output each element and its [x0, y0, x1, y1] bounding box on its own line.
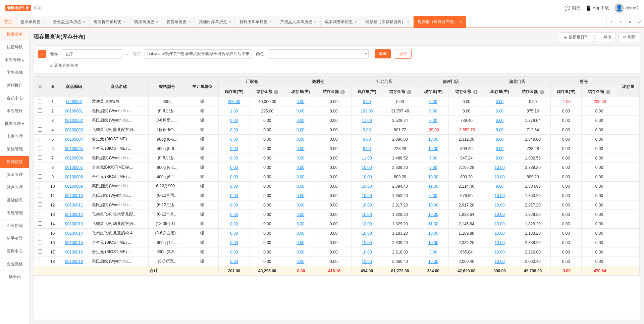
- td-fac-stock[interactable]: 0.00: [219, 247, 250, 257]
- td-product-no[interactable]: 00100004: [59, 135, 89, 144]
- td-product-no[interactable]: 00100013: [59, 219, 89, 229]
- td-chen-stock[interactable]: 0.00: [285, 247, 316, 257]
- td-yb-stock[interactable]: 10.00: [484, 163, 515, 172]
- td-product-no[interactable]: 00100016: [59, 247, 89, 257]
- td-na-stock[interactable]: 0.00: [418, 97, 448, 106]
- td-jb-stock[interactable]: 10.00: [352, 238, 382, 247]
- td-checkbox[interactable]: [34, 210, 46, 219]
- td-fac-stock[interactable]: 0.00: [219, 200, 250, 210]
- settings-btn[interactable]: 设置: [395, 49, 412, 59]
- fac-bal-info[interactable]: i: [274, 90, 278, 94]
- td-product-no[interactable]: 00100015: [59, 238, 89, 247]
- td-yb-stock[interactable]: 8.00: [484, 153, 515, 163]
- td-jb-stock[interactable]: 10.00: [352, 247, 382, 257]
- tab-close[interactable]: ×: [314, 20, 316, 24]
- sidebar-item-retail-mall[interactable]: 零售商城: [0, 66, 29, 79]
- td-fac-stock[interactable]: 0.00: [219, 219, 250, 229]
- row-checkbox[interactable]: [38, 165, 42, 169]
- tab-close[interactable]: ×: [83, 20, 85, 24]
- td-chen-stock[interactable]: 0.00: [285, 125, 316, 135]
- sidebar-item-inventory-check[interactable]: 库存核算: [0, 156, 29, 169]
- td-na-stock[interactable]: -39.00: [418, 125, 448, 135]
- td-product-no[interactable]: 00100012: [59, 210, 89, 219]
- td-product-no[interactable]: 00100010: [59, 191, 89, 200]
- toggle-more-btn[interactable]: ⊻ 展开更多条件: [50, 61, 636, 70]
- tab-transfer[interactable]: 调拨单历史 ×: [130, 16, 163, 28]
- td-jb-stock[interactable]: 10.00: [352, 257, 382, 266]
- td-yb-stock[interactable]: 9.00: [484, 182, 515, 191]
- row-checkbox[interactable]: [38, 155, 42, 160]
- td-chen-stock[interactable]: 0.00: [285, 191, 316, 200]
- th-settings[interactable]: ⚙: [34, 77, 46, 97]
- tab-close[interactable]: ×: [408, 20, 410, 24]
- td-fac-stock[interactable]: 0.00: [219, 210, 250, 219]
- query-btn[interactable]: 查询: [375, 49, 391, 58]
- td-jb-stock[interactable]: 10.00: [352, 229, 382, 238]
- td-jb-stock[interactable]: 10.00: [352, 163, 382, 172]
- jb-bal-info[interactable]: i: [407, 90, 411, 94]
- row-checkbox[interactable]: [38, 108, 42, 113]
- td-fac-stock[interactable]: 0.00: [219, 182, 250, 191]
- td-chen-stock[interactable]: 0.00: [285, 238, 316, 247]
- row-checkbox[interactable]: [38, 193, 42, 197]
- td-checkbox[interactable]: [34, 182, 46, 191]
- td-jb-stock[interactable]: 11.00: [352, 116, 382, 125]
- td-checkbox[interactable]: [34, 144, 46, 153]
- td-yb-stock[interactable]: 10.00: [484, 229, 515, 238]
- tab-close[interactable]: ×: [270, 20, 272, 24]
- tab-close[interactable]: ×: [43, 20, 45, 24]
- sidebar-item-purchase-mgmt[interactable]: 采购管理: [0, 143, 29, 156]
- product-input[interactable]: [145, 49, 252, 59]
- td-na-stock[interactable]: 10.00: [418, 238, 448, 247]
- td-yb-stock[interactable]: 0.00: [484, 97, 515, 106]
- td-jb-stock[interactable]: 10.00: [352, 200, 382, 210]
- tab-close[interactable]: ×: [460, 20, 462, 24]
- row-checkbox[interactable]: [38, 259, 42, 263]
- sidebar-item-app-center[interactable]: 应用中心: [0, 245, 29, 258]
- tab-finished-inbound[interactable]: 产成品入库单历史 ×: [276, 16, 321, 28]
- td-product-no[interactable]: 00100018: [59, 257, 89, 266]
- td-yb-stock[interactable]: 10.00: [484, 238, 515, 247]
- td-checkbox[interactable]: [34, 97, 46, 106]
- td-jb-stock[interactable]: 10.00: [352, 172, 382, 182]
- td-fac-stock[interactable]: 0.00: [219, 125, 250, 135]
- td-checkbox[interactable]: [34, 135, 46, 144]
- td-checkbox[interactable]: [34, 191, 46, 200]
- td-product-no[interactable]: 00100009: [59, 182, 89, 191]
- td-yb-stock[interactable]: 10.00: [484, 247, 515, 257]
- td-chen-stock[interactable]: 0.00: [285, 106, 316, 116]
- td-checkbox[interactable]: [34, 200, 46, 210]
- td-fac-stock[interactable]: 0.00: [219, 238, 250, 247]
- td-yb-stock[interactable]: 10.00: [484, 172, 515, 182]
- td-yb-stock[interactable]: 9.00: [484, 144, 515, 153]
- td-fac-stock[interactable]: 0.00: [219, 144, 250, 153]
- td-fac-stock[interactable]: 1.00: [219, 106, 250, 116]
- tab-material-outbound[interactable]: 材料出库单历史 ×: [235, 16, 276, 28]
- tab-stocktake[interactable]: 盘点单历史 ×: [16, 16, 49, 28]
- td-yb-stock[interactable]: 10.00: [484, 210, 515, 219]
- tab-requisition[interactable]: 要货单历史 ×: [162, 16, 195, 28]
- row-checkbox[interactable]: [38, 202, 42, 207]
- td-chen-stock[interactable]: 0.00: [285, 163, 316, 172]
- row-checkbox[interactable]: [38, 184, 42, 188]
- td-fac-stock[interactable]: 0.00: [219, 229, 250, 238]
- td-yb-stock[interactable]: 6.00: [484, 116, 515, 125]
- td-jb-stock[interactable]: 10.00: [352, 219, 382, 229]
- td-checkbox[interactable]: [34, 247, 46, 257]
- td-product-no[interactable]: 00100006: [59, 153, 89, 163]
- batch-print-btn[interactable]: 🖨 按模板打印: [559, 32, 593, 42]
- sidebar-item-enterprise-collab[interactable]: 企业协同: [0, 220, 29, 232]
- td-yb-stock[interactable]: 3.00: [484, 106, 515, 116]
- row-checkbox[interactable]: [38, 212, 42, 216]
- tab-inventory-dist[interactable]: 现存量（库存分布表） ×: [414, 16, 466, 28]
- tab-combo[interactable]: 组装拆卸单历史 ×: [90, 16, 130, 28]
- sidebar-item-retail-mgmt[interactable]: 零售管理 ▲: [0, 54, 29, 66]
- td-fac-stock[interactable]: 0.00: [219, 153, 250, 163]
- row-checkbox[interactable]: [38, 249, 42, 254]
- td-yb-stock[interactable]: 10.00: [484, 257, 515, 266]
- td-jb-stock[interactable]: 10.00: [352, 182, 382, 191]
- td-jb-stock[interactable]: 9.00: [352, 144, 382, 153]
- sidebar-item-new-guide[interactable]: 新手引导: [0, 232, 29, 245]
- tab-prev-btn[interactable]: ‹: [606, 16, 616, 28]
- td-checkbox[interactable]: [34, 172, 46, 182]
